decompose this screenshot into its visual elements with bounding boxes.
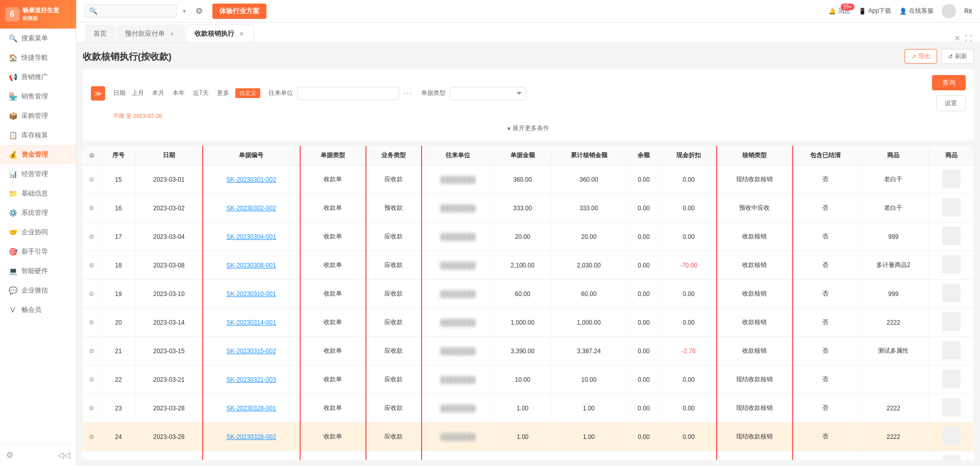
topbar-dropdown[interactable]: ▾ [183, 8, 186, 15]
cell-date: 2023-03-28 [136, 423, 203, 451]
gear-icon[interactable]: ⚙ [87, 176, 97, 183]
cell-include-settled: 否 [793, 280, 858, 308]
cell-settings[interactable]: ⚙ [83, 394, 101, 423]
doc-no-link[interactable]: SK-20230321-003 [226, 376, 276, 383]
topbar-search-input[interactable] [100, 8, 161, 15]
cell-write-type: 收款核销 [717, 223, 793, 251]
sidebar-item-purchase[interactable]: 📦 采购管理 [0, 106, 76, 126]
username-label: Rit [964, 8, 972, 15]
doc-no-link[interactable]: SK-20230315-002 [226, 348, 276, 355]
sidebar-item-wechat[interactable]: 💬 企业微信 [0, 281, 76, 300]
gear-icon[interactable]: ⚙ [87, 152, 97, 159]
table-row: ⚙ 22 2023-03-21 SK-20230321-003 收款单 应收款 … [83, 365, 974, 394]
sidebar-item-guide[interactable]: 🎯 新手引导 [0, 242, 76, 261]
doc-no-link[interactable]: SK-20230310-001 [226, 290, 276, 298]
sidebar-item-management[interactable]: 📊 经营管理 [0, 164, 76, 184]
col-header-settings[interactable]: ⚙ [83, 146, 101, 165]
gear-icon[interactable]: ⚙ [87, 319, 97, 326]
gear-icon[interactable]: ⚙ [87, 205, 97, 212]
filter-date-this-month[interactable]: 本月 [150, 88, 166, 99]
topbar-settings-icon[interactable]: ⚙ [192, 4, 206, 18]
export-button[interactable]: ↗ 导出 [904, 49, 937, 64]
gear-icon[interactable]: ⚙ [87, 262, 97, 269]
sidebar-item-sales[interactable]: 🏪 销售管理 [0, 87, 76, 106]
sidebar-item-marketing[interactable]: 📢 营销推广 [0, 67, 76, 87]
filter-expand-button[interactable]: ▾ 展开更多条件 [507, 124, 549, 133]
settings-icon[interactable]: ⚙ [6, 450, 13, 460]
sidebar-label-wechat: 企业微信 [21, 286, 48, 295]
filter-type-label: 单据类型 [421, 89, 446, 97]
sidebar-item-quick[interactable]: 🏠 快捷导航 [0, 48, 76, 67]
sidebar-item-member[interactable]: V 畅会员 [0, 300, 76, 320]
cell-doc-no: SK-20230331-002 [203, 451, 300, 460]
filter-partner-input[interactable] [297, 87, 399, 100]
cell-doc-type: 收款单 [300, 194, 366, 223]
cell-doc-type: 收款单 [300, 365, 366, 394]
cell-settings[interactable]: ⚙ [83, 165, 101, 194]
sidebar-item-system[interactable]: ⚙️ 系统管理 [0, 203, 76, 223]
service-icon: 👤 [899, 8, 907, 15]
cell-balance: 0.00 [626, 165, 661, 194]
gear-icon[interactable]: ⚙ [87, 290, 97, 298]
filter-settings-button[interactable]: 设置 [936, 95, 966, 111]
cell-doc-no: SK-20230328-001 [203, 394, 300, 423]
doc-no-link[interactable]: SK-20230308-001 [226, 262, 276, 269]
cell-settings[interactable]: ⚙ [83, 423, 101, 451]
gear-icon[interactable]: ⚙ [87, 233, 97, 240]
sidebar-item-basic[interactable]: 📁 基础信息 [0, 184, 76, 203]
page-actions: ↗ 导出 ↺ 刷新 [904, 49, 974, 64]
query-button[interactable]: 查询 [932, 75, 966, 90]
cell-settings[interactable]: ⚙ [83, 223, 101, 251]
collapse-icon[interactable]: ◁◁ [58, 450, 70, 460]
gear-icon[interactable]: ⚙ [87, 376, 97, 383]
cell-settings[interactable]: ⚙ [83, 451, 101, 460]
filter-date-7days[interactable]: 近7天 [191, 88, 211, 99]
product-image [942, 284, 961, 302]
notice-button[interactable]: 🔔 消息 99+ [828, 7, 850, 15]
cell-cash-discount: 0.00 [661, 194, 716, 223]
refresh-button[interactable]: ↺ 刷新 [941, 49, 974, 64]
doc-no-link[interactable]: SK-20230328-002 [226, 433, 276, 440]
cell-settings[interactable]: ⚙ [83, 194, 101, 223]
tab-expand-button[interactable]: ⛶ [965, 34, 972, 42]
sidebar-item-search[interactable]: 🔍 搜索菜单 [0, 29, 76, 48]
filter-date-this-year[interactable]: 本年 [170, 88, 187, 99]
filter-date-more[interactable]: 更多 [215, 88, 231, 99]
tab-receipt-close[interactable]: ✕ [237, 30, 246, 38]
col-header-doc-type: 单据类型 [300, 146, 366, 165]
filter-toggle-button[interactable]: ≫ [91, 86, 105, 101]
cell-settings[interactable]: ⚙ [83, 308, 101, 337]
doc-no-link[interactable]: SK-20230328-001 [226, 405, 276, 412]
app-download-button[interactable]: 📱 App下载 [859, 7, 891, 15]
tab-close-all-button[interactable]: ✕ [954, 34, 961, 42]
cell-settings[interactable]: ⚙ [83, 280, 101, 308]
cell-settings[interactable]: ⚙ [83, 337, 101, 365]
doc-no-link[interactable]: SK-20230301-002 [226, 176, 276, 183]
cell-partner: ████████ [422, 308, 494, 337]
tab-prepay[interactable]: 预付款应付单 ✕ [116, 24, 185, 42]
filter-type-select[interactable] [450, 87, 526, 100]
sidebar-item-inventory[interactable]: 📋 库存核算 [0, 126, 76, 145]
solution-button[interactable]: 体验行业方案 [212, 4, 266, 19]
filter-partner-dots[interactable]: ··· [403, 89, 413, 98]
gear-icon[interactable]: ⚙ [87, 348, 97, 355]
tab-receipt[interactable]: 收款核销执行 ✕ [186, 24, 254, 42]
sidebar-item-hardware[interactable]: 💻 智能硬件 [0, 261, 76, 281]
filter-date-custom[interactable]: 自定义 [235, 88, 260, 98]
sidebar-item-finance[interactable]: 💰 资金管理 [0, 145, 76, 164]
gear-icon[interactable]: ⚙ [87, 433, 97, 440]
cell-settings[interactable]: ⚙ [83, 365, 101, 394]
doc-no-link[interactable]: SK-20230314-001 [226, 319, 276, 326]
online-service-button[interactable]: 👤 在线客服 [899, 7, 934, 15]
cell-settings[interactable]: ⚙ [83, 251, 101, 280]
tab-home[interactable]: 首页 [85, 24, 115, 42]
sidebar-item-enterprise[interactable]: 🤝 企业协同 [0, 223, 76, 242]
filter-date-last-month[interactable]: 上月 [130, 88, 146, 99]
gear-icon[interactable]: ⚙ [87, 405, 97, 412]
tab-prepay-close[interactable]: ✕ [168, 30, 176, 38]
doc-no-link[interactable]: SK-20230304-001 [226, 233, 276, 240]
app-icon: 📱 [859, 8, 866, 15]
doc-no-link[interactable]: SK-20230302-002 [226, 205, 276, 212]
data-table-wrap: ⚙ 序号 日期 单据编号 单据类型 业务类型 往来单位 单据金额 累计核销金额 … [83, 146, 974, 460]
cell-balance: 0.00 [626, 423, 661, 451]
